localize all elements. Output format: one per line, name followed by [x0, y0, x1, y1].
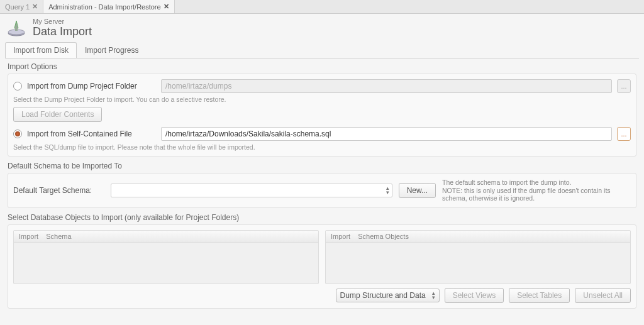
- tab-admin-data-import[interactable]: Administration - Data Import/Restore ✕: [43, 0, 175, 13]
- default-target-schema-label: Default Target Schema:: [13, 186, 104, 195]
- footer: Press [Start Import] to start... Start I…: [0, 317, 644, 325]
- default-schema-legend: Default Schema to be Imported To: [8, 162, 636, 170]
- objects-legend: Select Database Objects to Import (only …: [8, 213, 636, 222]
- import-options-section: Import from Dump Project Folder ... Sele…: [8, 74, 636, 157]
- import-options-legend: Import Options: [8, 62, 636, 71]
- select-views-button[interactable]: Select Views: [445, 288, 504, 303]
- close-icon[interactable]: ✕: [32, 3, 38, 11]
- window-tabs: Query 1 ✕ Administration - Data Import/R…: [0, 0, 644, 14]
- col-import: Import: [19, 233, 38, 240]
- import-tabs: Import from Disk Import Progress: [5, 42, 639, 58]
- radio-import-file[interactable]: [13, 129, 22, 138]
- server-name: My Server: [33, 18, 92, 25]
- col-import: Import: [331, 233, 350, 240]
- schema-objects-list[interactable]: Import Schema Objects: [325, 230, 631, 284]
- folder-help-text: Select the Dump Project Folder to import…: [13, 96, 631, 103]
- select-tables-button[interactable]: Select Tables: [509, 288, 570, 303]
- svg-rect-2: [15, 28, 18, 31]
- schema-list[interactable]: Import Schema: [13, 230, 319, 284]
- tab-label: Query 1: [5, 3, 30, 11]
- new-schema-button[interactable]: New...: [399, 183, 436, 198]
- page-title: Data Import: [33, 25, 92, 38]
- default-schema-help: The default schema to import the dump in…: [442, 179, 631, 202]
- radio-import-file-label: Import from Self-Contained File: [27, 129, 156, 138]
- tab-label: Administration - Data Import/Restore: [48, 3, 161, 11]
- file-help-text: Select the SQL/dump file to import. Plea…: [13, 143, 631, 151]
- chevron-updown-icon: ▴▾: [386, 186, 389, 195]
- default-schema-section: Default Target Schema: ▴▾ New... The def…: [8, 173, 636, 208]
- chevron-updown-icon: ▴▾: [432, 291, 435, 300]
- tab-import-from-disk[interactable]: Import from Disk: [5, 42, 77, 58]
- col-schema-objects: Schema Objects: [358, 233, 409, 240]
- folder-path-input: [161, 79, 612, 93]
- col-schema: Schema: [46, 233, 71, 240]
- radio-import-folder-label: Import from Dump Project Folder: [27, 82, 156, 91]
- database-icon: [6, 19, 26, 37]
- dump-mode-value: Dump Structure and Data: [340, 291, 426, 300]
- load-folder-contents-button[interactable]: Load Folder Contents: [13, 107, 102, 122]
- default-target-schema-dropdown[interactable]: ▴▾: [111, 184, 392, 197]
- objects-section: Import Schema Import Schema Objects Dump…: [8, 224, 636, 309]
- dump-mode-dropdown[interactable]: Dump Structure and Data ▴▾: [336, 289, 440, 302]
- unselect-all-button[interactable]: Unselect All: [575, 288, 631, 303]
- radio-import-folder[interactable]: [13, 82, 22, 91]
- file-path-input[interactable]: [161, 127, 612, 141]
- tab-query-1[interactable]: Query 1 ✕: [0, 0, 43, 13]
- browse-file-button[interactable]: ...: [617, 127, 631, 141]
- close-icon[interactable]: ✕: [164, 3, 169, 11]
- page-header: My Server Data Import: [0, 14, 644, 42]
- tab-import-progress[interactable]: Import Progress: [77, 42, 147, 58]
- browse-folder-button: ...: [617, 79, 631, 93]
